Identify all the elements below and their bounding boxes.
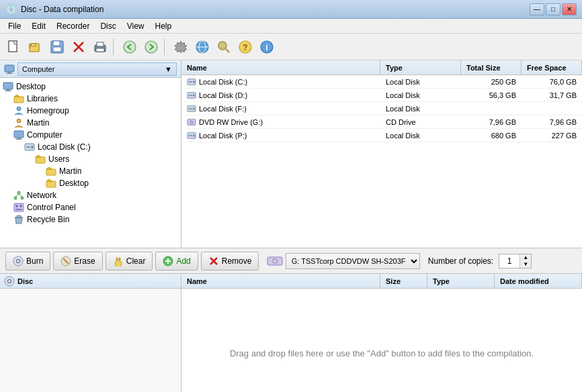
col-free-space[interactable]: Free Space xyxy=(522,60,582,75)
svg-point-61 xyxy=(193,94,196,97)
col-type[interactable]: Type xyxy=(380,60,461,75)
file-row[interactable]: Local Disk (D:) Local Disk 56,3 GB 31,7 … xyxy=(181,89,582,102)
menu-edit[interactable]: Edit xyxy=(26,20,51,32)
back-button[interactable] xyxy=(120,37,140,57)
copies-input[interactable] xyxy=(499,254,519,268)
drive-icon xyxy=(187,77,196,87)
svg-point-32 xyxy=(17,119,21,123)
menu-recorder[interactable]: Recorder xyxy=(51,20,95,32)
disc-small-icon xyxy=(4,276,15,287)
file-cell-size xyxy=(461,102,522,115)
file-row[interactable]: Local Disk (F:) Local Disk xyxy=(181,102,582,115)
drive-selector[interactable]: G: TSSTcorp CDDVDW SH-S203F xyxy=(286,253,420,269)
svg-rect-10 xyxy=(96,48,104,52)
info-button[interactable]: i xyxy=(257,37,277,57)
new-button[interactable] xyxy=(4,37,24,57)
copies-label: Number of copies: xyxy=(428,256,493,266)
tree-item-martin-sub[interactable]: Martin xyxy=(0,165,181,177)
copies-up[interactable]: ▲ xyxy=(520,254,531,261)
compile-col-type[interactable]: Type xyxy=(427,274,495,288)
folder-users-icon xyxy=(35,154,46,164)
svg-rect-4 xyxy=(53,41,60,46)
remove-icon xyxy=(208,256,219,266)
clear-button[interactable]: Clear xyxy=(106,252,153,271)
search-button[interactable] xyxy=(214,37,234,57)
tree-item-control-panel[interactable]: Control Panel xyxy=(0,201,181,213)
tree-item-libraries[interactable]: Libraries xyxy=(0,93,181,105)
compile-content-area[interactable]: Drag and drop files here or use the "Add… xyxy=(181,289,582,392)
tree-item-network[interactable]: Network xyxy=(0,189,181,201)
remove-button[interactable]: Remove xyxy=(201,252,259,271)
tree-item-local-c[interactable]: Local Disk (C:) xyxy=(0,141,181,153)
disc-tree-panel: Disc xyxy=(0,274,181,392)
drive-icon xyxy=(187,91,196,100)
copies-down[interactable]: ▼ xyxy=(520,261,531,268)
folder-martin-icon xyxy=(46,166,56,177)
bottom-panel: Disc Name Size Type Date modified Drag a… xyxy=(0,274,582,392)
tree-item-users[interactable]: Users xyxy=(0,153,181,165)
svg-marker-42 xyxy=(46,167,52,169)
tree-item-desktop[interactable]: Desktop xyxy=(0,81,181,93)
compile-panel: Name Size Type Date modified Drag and dr… xyxy=(181,274,582,392)
update-button[interactable] xyxy=(192,37,212,57)
svg-rect-27 xyxy=(6,89,10,91)
col-total-size[interactable]: Total Size xyxy=(461,60,522,75)
file-row[interactable]: Local Disk (C:) Local Disk 250 GB 76,0 G… xyxy=(181,75,582,89)
svg-line-49 xyxy=(19,194,22,197)
file-list-panel: Name Type Total Size Free Space Local Di… xyxy=(181,60,582,248)
file-cell-free: 76,0 GB xyxy=(522,75,582,88)
open-button[interactable] xyxy=(26,37,46,57)
erase-icon xyxy=(60,256,71,266)
menu-view[interactable]: View xyxy=(122,20,150,32)
delete-button[interactable] xyxy=(69,37,89,57)
compile-col-name[interactable]: Name xyxy=(181,274,380,288)
file-cell-name: Local Disk (F:) xyxy=(181,102,380,115)
tree-label-recycle-bin: Recycle Bin xyxy=(27,215,69,224)
menu-file[interactable]: File xyxy=(3,20,26,32)
tree-label-computer: Computer xyxy=(27,130,63,140)
location-dropdown[interactable]: Computer ▼ xyxy=(17,62,177,76)
svg-rect-23 xyxy=(5,65,14,72)
location-label: Computer xyxy=(22,65,54,73)
svg-point-51 xyxy=(15,205,18,207)
disc-tree-header: Disc xyxy=(0,274,181,289)
save-button[interactable] xyxy=(47,37,67,57)
tree-item-recycle-bin[interactable]: Recycle Bin xyxy=(0,213,181,226)
tree-item-desktop-sub[interactable]: Desktop xyxy=(0,177,181,189)
help-button[interactable]: ? xyxy=(235,37,255,57)
menu-disc[interactable]: Disc xyxy=(95,20,121,32)
file-row[interactable]: Local Disk (P:) Local Disk 680 GB 227 GB xyxy=(181,129,582,142)
file-cell-free: 31,7 GB xyxy=(522,89,582,101)
tree-label-martin-sub: Martin xyxy=(59,166,81,176)
tree-label-homegroup: Homegroup xyxy=(27,106,69,115)
forward-button[interactable] xyxy=(141,37,161,57)
svg-rect-5 xyxy=(53,47,61,52)
tree-label-libraries: Libraries xyxy=(27,94,58,103)
svg-point-11 xyxy=(124,41,136,53)
close-button[interactable]: ✕ xyxy=(562,3,577,15)
col-name[interactable]: Name xyxy=(181,60,380,75)
tree-item-homegroup[interactable]: Homegroup xyxy=(0,105,181,117)
add-button[interactable]: Add xyxy=(155,252,198,271)
clear-icon xyxy=(113,256,124,266)
settings-button[interactable] xyxy=(171,37,191,57)
compile-col-size[interactable]: Size xyxy=(380,274,427,288)
computer-small-icon xyxy=(13,130,24,140)
tree-item-martin[interactable]: Martin xyxy=(0,117,181,129)
minimize-button[interactable]: — xyxy=(530,3,544,15)
file-row[interactable]: DVD RW Drive (G:) CD Drive 7,96 GB 7,96 … xyxy=(181,115,582,129)
burn-button[interactable]: Burn xyxy=(5,252,50,271)
folder-desktop-icon xyxy=(46,178,56,189)
maximize-button[interactable]: □ xyxy=(546,3,560,15)
svg-rect-50 xyxy=(14,203,24,211)
svg-point-52 xyxy=(19,205,22,207)
tree-item-computer[interactable]: Computer xyxy=(0,129,181,141)
compile-col-date[interactable]: Date modified xyxy=(495,274,582,288)
print-button[interactable] xyxy=(90,37,110,57)
svg-rect-33 xyxy=(14,131,24,138)
erase-button[interactable]: Erase xyxy=(53,252,102,271)
dropdown-arrow-icon: ▼ xyxy=(165,65,172,73)
file-cell-name: DVD RW Drive (G:) xyxy=(181,115,380,128)
menu-help[interactable]: Help xyxy=(150,20,177,32)
file-cell-free: 7,96 GB xyxy=(522,115,582,128)
